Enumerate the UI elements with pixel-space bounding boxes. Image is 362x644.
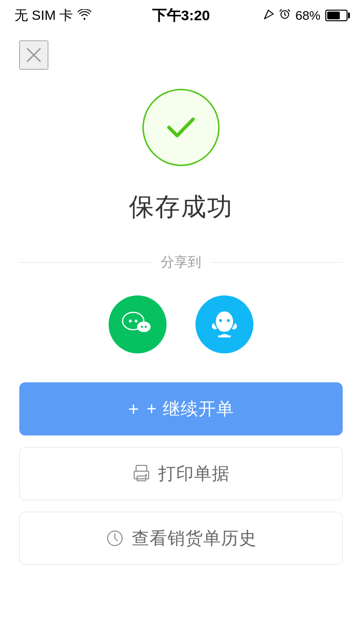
divider-left <box>19 262 151 263</box>
svg-point-2 <box>129 320 132 322</box>
share-section: 分享到 <box>19 253 343 353</box>
close-button[interactable] <box>19 41 48 70</box>
status-left: 无 SIM 卡 <box>14 6 91 25</box>
svg-point-7 <box>216 311 233 332</box>
svg-point-6 <box>145 326 147 328</box>
carrier-text: 无 SIM 卡 <box>14 6 73 25</box>
printer-icon <box>132 464 151 483</box>
battery-percent: 68% <box>295 8 320 23</box>
wifi-icon <box>78 8 91 23</box>
share-icons-container <box>19 295 343 353</box>
success-indicator <box>142 89 220 166</box>
alarm-icon <box>279 8 291 23</box>
history-icon <box>106 529 124 547</box>
history-button-label: 查看销货单历史 <box>132 527 257 550</box>
svg-point-9 <box>227 319 230 322</box>
success-title: 保存成功 <box>129 190 233 224</box>
svg-point-3 <box>135 320 138 322</box>
share-label: 分享到 <box>151 253 211 271</box>
close-icon <box>25 46 42 64</box>
location-icon <box>264 8 274 23</box>
svg-point-14 <box>145 474 147 476</box>
svg-point-8 <box>219 319 222 322</box>
checkmark-icon <box>162 108 200 147</box>
svg-rect-11 <box>136 465 147 471</box>
print-button-label: 打印单据 <box>158 462 230 486</box>
svg-point-5 <box>141 326 143 328</box>
qq-icon <box>209 309 240 340</box>
action-buttons: + + 继续开单 打印单据 查看销货单历 <box>19 382 343 565</box>
status-bar: 无 SIM 卡 下午3:20 68% <box>0 0 362 31</box>
continue-button-label: + 继续开单 <box>147 397 234 421</box>
status-time: 下午3:20 <box>152 6 210 26</box>
svg-point-4 <box>137 322 151 332</box>
share-divider: 分享到 <box>19 253 343 271</box>
status-right: 68% <box>264 8 348 23</box>
qq-share-button[interactable] <box>195 295 253 353</box>
print-button[interactable]: 打印单据 <box>19 447 343 500</box>
plus-icon: + <box>128 399 139 420</box>
continue-button[interactable]: + + 继续开单 <box>19 382 343 435</box>
battery-icon <box>325 10 348 21</box>
wechat-share-button[interactable] <box>109 295 167 353</box>
wechat-icon <box>121 308 154 341</box>
divider-right <box>211 262 343 263</box>
history-button[interactable]: 查看销货单历史 <box>19 512 343 565</box>
main-content: 保存成功 分享到 <box>0 31 362 574</box>
